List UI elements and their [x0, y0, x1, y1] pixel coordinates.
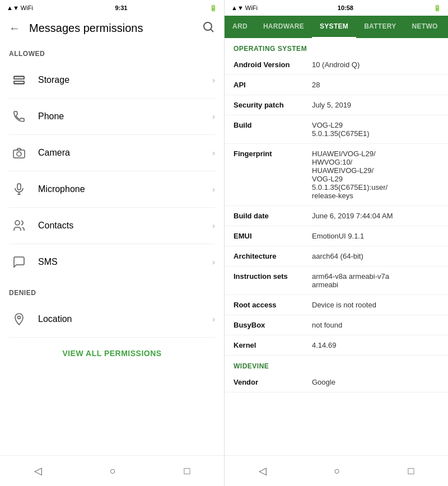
tab-battery[interactable]: BATTERY [356, 16, 404, 38]
permission-contacts[interactable]: Contacts › [0, 208, 224, 244]
instruction-sets-label: Instruction sets [234, 272, 312, 289]
row-fingerprint: Fingerprint HUAWEI/VOG-L29/ HWVOG:10/ HU… [225, 144, 448, 206]
build-date-value: June 6, 2019 7:44:04 AM [312, 212, 439, 220]
storage-label: Storage [38, 75, 212, 85]
build-value: VOG-L29 5.0.1.35(C675E1) [312, 121, 439, 138]
busybox-value: not found [312, 321, 439, 329]
left-nav-bar: ◁ ○ □ [0, 455, 224, 486]
root-access-value: Device is not rooted [312, 301, 439, 309]
fingerprint-label: Fingerprint [234, 149, 312, 200]
row-android-version: Android Version 10 (Android Q) [225, 55, 448, 75]
sms-icon [9, 252, 29, 272]
instruction-sets-value: arm64-v8a armeabi-v7a armeabi [312, 272, 439, 289]
android-version-label: Android Version [234, 60, 312, 69]
status-bar-right: ▲▼ WiFi 10:58 🔋 [225, 0, 448, 16]
permission-microphone[interactable]: Microphone › [0, 171, 224, 207]
permission-location[interactable]: Location › [0, 301, 224, 337]
svg-line-1 [211, 30, 214, 32]
right-battery-icon: 🔋 [433, 4, 441, 12]
build-date-label: Build date [234, 212, 312, 220]
row-build-date: Build date June 6, 2019 7:44:04 AM [225, 206, 448, 226]
right-recent-nav-button[interactable]: □ [397, 463, 426, 479]
row-build: Build VOG-L29 5.0.1.35(C675E1) [225, 115, 448, 144]
search-button[interactable] [202, 20, 215, 36]
left-time: 9:31 [115, 4, 127, 11]
contacts-label: Contacts [38, 221, 212, 231]
android-version-value: 10 (Android Q) [312, 60, 439, 69]
security-patch-label: Security patch [234, 101, 312, 109]
storage-chevron: › [212, 76, 215, 85]
denied-section-header: DENIED [0, 280, 224, 301]
permission-sms[interactable]: SMS › [0, 244, 224, 280]
left-header: ← Messages permissions [0, 16, 224, 41]
svg-point-10 [18, 316, 21, 319]
phone-label: Phone [38, 111, 212, 121]
microphone-chevron: › [212, 185, 215, 194]
emui-value: EmotionUI 9.1.1 [312, 232, 439, 240]
permission-phone[interactable]: Phone › [0, 99, 224, 134]
right-nav-bar: ◁ ○ □ [225, 455, 448, 486]
fingerprint-value: HUAWEI/VOG-L29/ HWVOG:10/ HUAWEIVOG-L29/… [312, 149, 439, 200]
sms-label: SMS [38, 257, 212, 267]
camera-icon [9, 143, 29, 163]
architecture-label: Architecture [234, 252, 312, 260]
security-patch-value: July 5, 2019 [312, 101, 439, 109]
microphone-label: Microphone [38, 184, 212, 194]
home-nav-button[interactable]: ○ [99, 463, 127, 479]
back-nav-button[interactable]: ◁ [23, 462, 53, 479]
svg-point-9 [15, 221, 20, 225]
allowed-section-header: ALLOWED [0, 41, 224, 62]
svg-rect-4 [13, 150, 25, 158]
tab-system[interactable]: SYSTEM [312, 16, 356, 38]
right-content: OPERATING SYSTEM Android Version 10 (And… [225, 38, 448, 455]
vendor-label: Vendor [234, 378, 312, 386]
emui-label: EMUI [234, 232, 312, 240]
row-instruction-sets: Instruction sets arm64-v8a armeabi-v7a a… [225, 267, 448, 295]
camera-chevron: › [212, 148, 215, 157]
root-access-label: Root access [234, 301, 312, 309]
row-vendor: Vendor Google [225, 372, 448, 392]
api-value: 28 [312, 81, 439, 89]
left-panel: ▲▼ WiFi 9:31 🔋 ← Messages permissions AL… [0, 0, 224, 486]
sms-chevron: › [212, 258, 215, 267]
location-label: Location [38, 314, 212, 324]
left-signal-icon: ▲▼ WiFi [7, 4, 33, 11]
architecture-value: aarch64 (64-bit) [312, 252, 439, 260]
location-chevron: › [212, 315, 215, 324]
row-emui: EMUI EmotionUI 9.1.1 [225, 226, 448, 246]
back-button[interactable]: ← [9, 22, 20, 35]
location-icon [9, 309, 29, 329]
tab-hardware[interactable]: HARDWARE [255, 16, 312, 38]
recent-nav-button[interactable]: □ [172, 463, 201, 479]
busybox-label: BusyBox [234, 321, 312, 329]
svg-rect-3 [14, 81, 24, 84]
permission-camera[interactable]: Camera › [0, 135, 224, 171]
build-label: Build [234, 121, 312, 138]
right-panel: ▲▼ WiFi 10:58 🔋 ARD HARDWARE SYSTEM BATT… [224, 0, 448, 486]
kernel-value: 4.14.69 [312, 341, 439, 349]
right-signal-icon: ▲▼ WiFi [231, 4, 258, 11]
status-bar-left: ▲▼ WiFi 9:31 🔋 [0, 0, 224, 16]
contacts-icon [9, 216, 29, 236]
view-all-button[interactable]: VIEW ALL PERMISSIONS [0, 338, 224, 369]
right-home-nav-button[interactable]: ○ [323, 463, 352, 479]
svg-rect-2 [14, 76, 24, 79]
os-section-title: OPERATING SYSTEM [225, 38, 448, 55]
microphone-icon [9, 179, 29, 199]
row-api: API 28 [225, 75, 448, 95]
api-label: API [234, 81, 312, 89]
svg-rect-6 [17, 184, 21, 190]
svg-point-0 [204, 22, 212, 30]
right-back-nav-button[interactable]: ◁ [248, 462, 278, 479]
contacts-chevron: › [212, 221, 215, 230]
permission-storage[interactable]: Storage › [0, 62, 224, 98]
phone-icon [9, 106, 29, 127]
tab-ard[interactable]: ARD [225, 16, 255, 38]
camera-label: Camera [38, 148, 212, 158]
tab-netwo[interactable]: NETWO [404, 16, 446, 38]
row-root-access: Root access Device is not rooted [225, 295, 448, 315]
row-kernel: Kernel 4.14.69 [225, 335, 448, 356]
left-battery-icon: 🔋 [209, 4, 217, 12]
right-time: 10:58 [338, 4, 353, 11]
storage-icon [9, 70, 29, 90]
